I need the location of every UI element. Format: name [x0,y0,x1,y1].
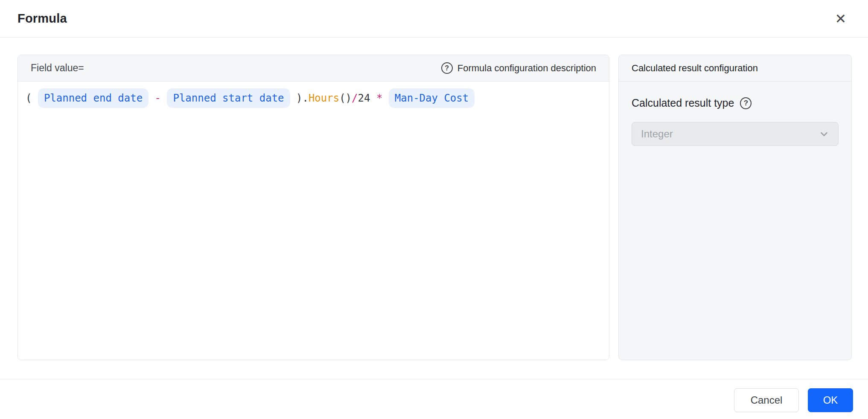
formula-help-label: Formula configuration description [457,63,596,74]
close-icon: ✕ [835,12,847,26]
formula-editor[interactable]: ( Planned end date - Planned start date … [18,81,609,360]
result-panel-body: Calculated result type ? Integer [619,81,851,161]
result-panel-header: Calculated result configuration [619,55,851,81]
result-panel-title: Calculated result configuration [632,63,758,74]
formula-editor-panel: Field value= ? Formula configuration des… [17,55,609,360]
close-button[interactable]: ✕ [832,10,849,27]
formula-token-operator: - [149,92,167,105]
dialog-title: Formula [17,12,67,26]
field-value-label: Field value= [31,62,84,74]
formula-token-field[interactable]: Man-Day Cost [389,88,475,108]
dialog-header: Formula ✕ [0,0,868,38]
chevron-down-icon [818,128,830,140]
formula-token-function: Hours [309,92,339,105]
editor-panel-header: Field value= ? Formula configuration des… [18,55,609,81]
formula-dialog: Formula ✕ Field value= ? Formula configu… [0,0,868,419]
result-type-label: Calculated result type [632,97,734,109]
formula-token-field[interactable]: Planned start date [167,88,290,108]
formula-token-plain: 24 [358,92,376,105]
dialog-footer: Cancel OK [0,379,868,419]
formula-token-plain: ( [26,92,38,105]
question-circle-icon[interactable]: ? [740,97,751,109]
result-type-label-row: Calculated result type ? [632,97,839,109]
dialog-body: Field value= ? Formula configuration des… [0,38,868,361]
formula-help-link[interactable]: ? Formula configuration description [441,62,596,74]
formula-token-plain: () [339,92,352,105]
formula-token-operator: * [376,92,389,105]
question-circle-icon: ? [441,62,453,74]
formula-token-field[interactable]: Planned end date [38,88,149,108]
cancel-button[interactable]: Cancel [734,388,799,412]
result-type-select[interactable]: Integer [632,122,839,146]
formula-token-operator: / [352,92,358,105]
result-config-panel: Calculated result configuration Calculat… [618,55,852,360]
formula-token-plain: ). [290,92,309,105]
result-type-value: Integer [641,128,673,140]
ok-button[interactable]: OK [808,388,853,412]
formula-expression: ( Planned end date - Planned start date … [26,88,601,108]
